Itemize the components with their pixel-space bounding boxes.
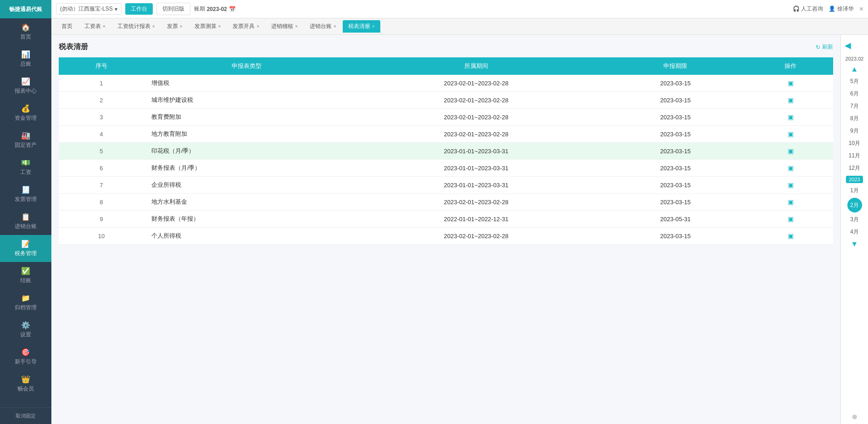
sidebar-item-settle[interactable]: ✅结账 (0, 262, 51, 289)
sidebar-item-member[interactable]: 👑畅会员 (0, 370, 51, 397)
tab-close-icon[interactable]: × (218, 24, 221, 29)
tab-进销稽核[interactable]: 进销稽核 × (266, 20, 303, 33)
action-icon[interactable]: ▣ (788, 79, 794, 87)
tab-进销台账[interactable]: 进销台账 × (304, 20, 342, 33)
cell-action[interactable]: ▣ (748, 92, 833, 109)
sidebar-item-archive[interactable]: 📁归档管理 (0, 289, 51, 316)
table-row: 10 个人所得税 2023-02-01~2023-02-28 2023-03-1… (59, 228, 833, 245)
calendar-icon[interactable]: 📅 (229, 6, 236, 12)
cell-action[interactable]: ▣ (748, 211, 833, 228)
year-2023-badge[interactable]: 2023 (846, 176, 862, 183)
action-icon[interactable]: ▣ (788, 181, 794, 189)
page-title: 税表清册 (59, 42, 88, 52)
cell-action[interactable]: ▣ (748, 126, 833, 143)
cell-period: 2023-02-01~2023-02-28 (349, 126, 603, 143)
period-month-4月[interactable]: 4月 (847, 226, 862, 238)
period-month-2月[interactable]: 2月 (847, 198, 862, 212)
settings-icon: ⚙️ (21, 321, 30, 329)
cell-action[interactable]: ▣ (748, 143, 833, 160)
cell-action[interactable]: ▣ (748, 228, 833, 245)
close-icon[interactable]: × (859, 5, 863, 13)
cell-deadline: 2023-03-15 (603, 126, 748, 143)
sidebar-item-assets[interactable]: 🏭固定资产 (0, 127, 51, 154)
period-month-10月[interactable]: 10月 (849, 137, 860, 150)
period-month-9月[interactable]: 9月 (849, 125, 860, 137)
action-icon[interactable]: ▣ (788, 215, 794, 223)
period-collapse-icon[interactable]: ⊗ (850, 411, 859, 422)
tab-发票开具[interactable]: 发票开具 × (227, 20, 265, 33)
period-month-8月[interactable]: 8月 (849, 112, 860, 125)
action-icon[interactable]: ▣ (788, 147, 794, 155)
period-month-1月[interactable]: 1月 (847, 184, 862, 197)
sidebar-item-tax[interactable]: 📝税务管理 (0, 235, 51, 262)
tab-close-icon[interactable]: × (103, 24, 106, 29)
company-selector[interactable]: (勿动）江西服宝-LSS ▾ (56, 3, 122, 15)
tabbar: 首页工资表 ×工资统计报表 ×发票 ×发票测算 ×发票开具 ×进销稽核 ×进销台… (51, 18, 868, 35)
tab-close-icon[interactable]: × (372, 24, 375, 29)
period-month-6月[interactable]: 6月 (849, 88, 860, 100)
workspace-button[interactable]: 工作台 (125, 3, 153, 15)
cell-action[interactable]: ▣ (748, 177, 833, 194)
sidebar-item-report[interactable]: 📈报表中心 (0, 73, 51, 100)
cell-deadline: 2023-03-15 (603, 160, 748, 177)
tab-发票[interactable]: 发票 × (161, 20, 188, 33)
action-icon[interactable]: ▣ (788, 96, 794, 104)
action-icon[interactable]: ▣ (788, 232, 794, 240)
action-icon[interactable]: ▣ (788, 198, 794, 206)
period-expand-icon[interactable]: ◀ (841, 37, 855, 54)
sidebar-item-fund[interactable]: 💰资金管理 (0, 100, 51, 127)
cell-deadline: 2023-05-31 (603, 211, 748, 228)
period-nav-down[interactable]: ▼ (849, 238, 860, 250)
action-icon[interactable]: ▣ (788, 113, 794, 121)
cell-deadline: 2023-03-15 (603, 109, 748, 126)
tab-close-icon[interactable]: × (152, 24, 155, 29)
period-month-3月[interactable]: 3月 (847, 213, 862, 226)
tab-发票测算[interactable]: 发票测算 × (189, 20, 227, 33)
unpin-button[interactable]: 取消固定 (0, 407, 51, 424)
human-service-button[interactable]: 🎧 人工咨询 (793, 5, 823, 13)
period-header: 2023.02 (846, 54, 864, 63)
sidebar-item-label: 设置 (20, 331, 31, 339)
cell-type: 地方教育附加 (144, 126, 349, 143)
table-row: 8 地方水利基金 2023-02-01~2023-02-28 2023-03-1… (59, 194, 833, 211)
tab-close-icon[interactable]: × (334, 24, 336, 29)
user-info[interactable]: 👤 徐泽华 (829, 5, 853, 13)
cell-action[interactable]: ▣ (748, 194, 833, 211)
period-month-11月[interactable]: 11月 (849, 150, 860, 162)
sidebar-item-purchase[interactable]: 📋进销台账 (0, 208, 51, 235)
period-month-5月[interactable]: 5月 (849, 75, 860, 88)
sidebar-item-settings[interactable]: ⚙️设置 (0, 316, 51, 343)
sidebar-item-label: 总账 (20, 60, 31, 68)
sidebar-item-salary[interactable]: 💵工资 (0, 154, 51, 181)
refresh-button[interactable]: ↻ 刷新 (816, 43, 833, 51)
tab-工资表[interactable]: 工资表 × (79, 20, 111, 33)
cell-type: 城市维护建设税 (144, 92, 349, 109)
period-nav-up[interactable]: ▲ (849, 63, 860, 75)
action-icon[interactable]: ▣ (788, 164, 794, 172)
sidebar-item-home[interactable]: 🏠首页 (0, 18, 51, 45)
tax-table: 序号申报表类型所属期间申报期限操作 1 增值税 2023-02-01~2023-… (59, 57, 833, 245)
sidebar-item-guide[interactable]: 🎯新手引导 (0, 343, 51, 370)
cell-action[interactable]: ▣ (748, 160, 833, 177)
period-month-12月[interactable]: 12月 (849, 162, 860, 174)
tab-close-icon[interactable]: × (295, 24, 298, 29)
sidebar-item-label: 工资 (20, 168, 31, 176)
tab-工资统计报表[interactable]: 工资统计报表 × (112, 20, 161, 33)
tab-税表清册[interactable]: 税表清册 × (343, 20, 380, 33)
sidebar-item-label: 固定资产 (15, 141, 37, 149)
cell-action[interactable]: ▣ (748, 75, 833, 92)
action-icon[interactable]: ▣ (788, 130, 794, 138)
tax-icon: 📝 (21, 240, 30, 248)
company-name: (勿动）江西服宝-LSS (60, 5, 113, 13)
switch-version-button[interactable]: 切到旧版 (156, 3, 190, 15)
cell-action[interactable]: ▣ (748, 109, 833, 126)
tab-首页[interactable]: 首页 (56, 20, 78, 33)
cell-period: 2023-01-01~2023-03-31 (349, 143, 603, 160)
sidebar-item-invoice[interactable]: 🧾发票管理 (0, 181, 51, 208)
sidebar-item-label: 首页 (20, 33, 31, 41)
sidebar-item-ledger[interactable]: 📊总账 (0, 45, 51, 73)
user-avatar-icon: 👤 (829, 6, 835, 12)
tab-close-icon[interactable]: × (256, 24, 259, 29)
period-month-7月[interactable]: 7月 (849, 100, 860, 112)
tab-close-icon[interactable]: × (180, 24, 183, 29)
